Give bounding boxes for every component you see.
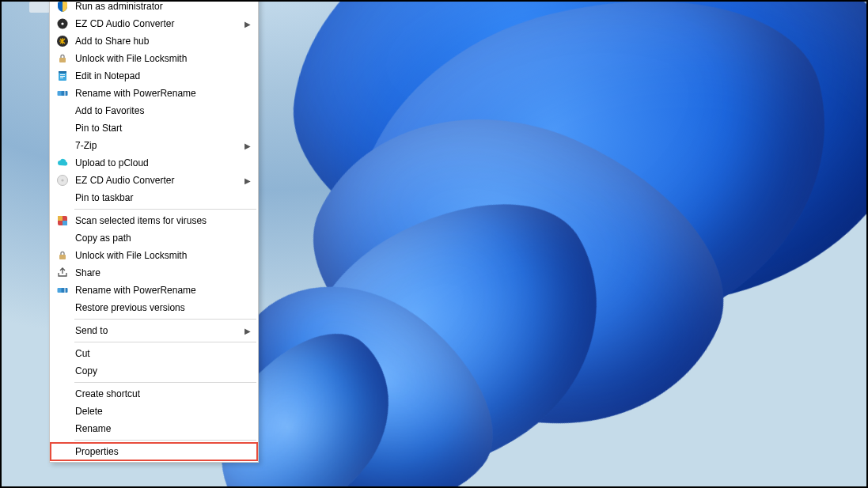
menu-item-ez-cd-1[interactable]: EZ CD Audio Converter▶ (51, 15, 257, 32)
menu-separator (74, 319, 256, 320)
menu-separator (74, 209, 256, 210)
menu-item-label: Properties (71, 446, 251, 457)
menu-item-send-to[interactable]: Send to▶ (51, 322, 257, 339)
rename-icon (54, 284, 71, 297)
menu-item-label: Upload to pCloud (71, 157, 251, 168)
menu-item-label: Rename with PowerRename (71, 285, 251, 296)
menu-item-label: Copy as path (71, 233, 251, 244)
menu-item-rename-powerrename-2[interactable]: Rename with PowerRename (51, 282, 257, 299)
menu-item-unlock-locksmith-2[interactable]: Unlock with File Locksmith (51, 247, 257, 264)
cloud-icon (54, 157, 71, 169)
shield-icon (54, 0, 71, 13)
menu-item-scan-viruses[interactable]: Scan selected items for viruses (51, 212, 257, 229)
desktop-frame: Run as administratorEZ CD Audio Converte… (0, 0, 868, 488)
menu-item-label: Pin to Start (71, 123, 251, 134)
menu-item-label: Unlock with File Locksmith (71, 53, 251, 64)
menu-item-label: Share (71, 267, 251, 278)
menu-item-label: Add to Share hub (71, 36, 251, 47)
menu-item-restore-versions[interactable]: Restore previous versions (51, 299, 257, 316)
menu-item-pin-to-taskbar[interactable]: Pin to taskbar (51, 189, 257, 206)
menu-item-label: Create shortcut (71, 388, 251, 399)
chevron-right-icon: ▶ (244, 327, 251, 335)
menu-item-seven-zip[interactable]: 7-Zip▶ (51, 137, 257, 154)
lock-icon (54, 52, 71, 65)
menu-item-label: Unlock with File Locksmith (71, 250, 251, 261)
menu-item-label: Delete (71, 406, 251, 417)
chevron-right-icon: ▶ (244, 20, 251, 28)
share-hub-icon (54, 35, 71, 47)
scan-icon (54, 214, 71, 227)
menu-item-label: Pin to taskbar (71, 192, 251, 203)
menu-item-label: 7-Zip (71, 140, 240, 151)
menu-item-rename-powerrename-1[interactable]: Rename with PowerRename (51, 85, 257, 102)
menu-item-label: EZ CD Audio Converter (71, 18, 240, 29)
share-icon (54, 267, 71, 279)
menu-item-label: Send to (71, 325, 240, 336)
menu-item-label: Restore previous versions (71, 302, 251, 313)
rename-icon (54, 87, 71, 100)
menu-item-add-share-hub[interactable]: Add to Share hub (51, 32, 257, 50)
menu-item-copy[interactable]: Copy (51, 362, 257, 380)
menu-item-create-shortcut[interactable]: Create shortcut (51, 385, 257, 403)
desktop-icon-label-fragment (29, 2, 50, 13)
menu-item-label: Rename (71, 423, 251, 434)
menu-item-label: Copy (71, 365, 251, 376)
menu-item-cut[interactable]: Cut (51, 345, 257, 362)
menu-item-properties[interactable]: Properties (51, 443, 257, 460)
disc-light-icon (54, 174, 71, 187)
menu-item-label: EZ CD Audio Converter (71, 175, 240, 186)
chevron-right-icon: ▶ (244, 176, 251, 185)
menu-item-label: Run as administrator (71, 1, 251, 12)
lock-icon (54, 249, 71, 262)
menu-item-run-as-admin[interactable]: Run as administrator (51, 0, 257, 15)
menu-separator (74, 382, 256, 383)
menu-item-label: Scan selected items for viruses (71, 215, 251, 226)
menu-separator (74, 440, 256, 441)
menu-separator (74, 342, 256, 342)
menu-item-edit-notepad[interactable]: Edit in Notepad (51, 67, 257, 85)
menu-item-rename[interactable]: Rename (51, 420, 257, 437)
menu-item-label: Edit in Notepad (71, 70, 251, 81)
context-menu: Run as administratorEZ CD Audio Converte… (49, 0, 259, 463)
notepad-icon (54, 70, 71, 82)
menu-item-unlock-locksmith-1[interactable]: Unlock with File Locksmith (51, 50, 257, 67)
menu-item-copy-as-path[interactable]: Copy as path (51, 229, 257, 247)
menu-item-upload-pcloud[interactable]: Upload to pCloud (51, 154, 257, 172)
disc-dark-icon (54, 17, 71, 30)
chevron-right-icon: ▶ (244, 142, 251, 150)
menu-item-delete[interactable]: Delete (51, 403, 257, 420)
menu-item-pin-to-start[interactable]: Pin to Start (51, 119, 257, 137)
menu-item-label: Add to Favorites (71, 105, 251, 116)
menu-item-add-favorites[interactable]: Add to Favorites (51, 102, 257, 119)
menu-item-label: Cut (71, 348, 251, 359)
menu-item-label: Rename with PowerRename (71, 88, 251, 99)
menu-item-share[interactable]: Share (51, 264, 257, 282)
menu-item-ez-cd-2[interactable]: EZ CD Audio Converter▶ (51, 172, 257, 189)
